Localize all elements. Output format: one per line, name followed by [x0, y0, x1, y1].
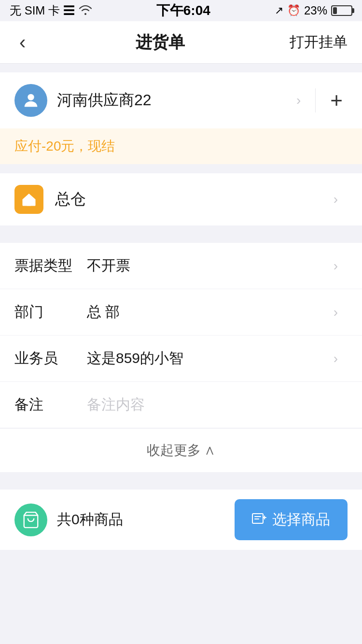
house-icon [20, 191, 38, 208]
supplier-avatar [14, 84, 47, 117]
department-label: 部门 [14, 302, 77, 322]
supplier-chevron-icon: › [296, 93, 301, 108]
gray-fill-area [0, 550, 362, 644]
section-divider-3 [0, 225, 362, 234]
remark-input[interactable]: 备注内容 [77, 395, 348, 415]
open-pending-button[interactable]: 打开挂单 [290, 32, 348, 52]
section-divider-4 [0, 472, 362, 481]
nav-bar: ‹ 进货单 打开挂单 [0, 21, 362, 64]
battery-percent: 23% [304, 4, 327, 17]
person-icon [21, 91, 41, 110]
status-right: ↗ ⏰ 23% [275, 4, 352, 17]
department-row[interactable]: 部门 总 部 › [0, 289, 362, 336]
form-section: 票据类型 不开票 › 部门 总 部 › 业务员 这是859的小智 › 备注 备注… [0, 243, 362, 472]
svg-rect-1 [27, 201, 31, 206]
alarm-icon: ⏰ [287, 4, 300, 17]
supplier-divider [315, 88, 316, 112]
sim-text: 无 SIM 卡 ☰ [10, 3, 75, 18]
salesperson-chevron-icon: › [334, 351, 338, 366]
warehouse-section: 总仓 › [0, 173, 362, 225]
department-value: 总 部 [77, 302, 334, 322]
battery-icon [331, 5, 352, 16]
wifi-icon [79, 3, 92, 18]
add-supplier-button[interactable]: + [325, 88, 348, 112]
department-chevron-icon: › [334, 305, 338, 320]
back-button[interactable]: ‹ [14, 27, 30, 58]
warehouse-icon [14, 185, 43, 214]
product-count-text: 共0种商品 [57, 510, 225, 530]
product-cart-icon [14, 504, 47, 536]
collapse-button[interactable]: 收起更多 ∧ [0, 428, 362, 472]
select-product-button[interactable]: 选择商品 [235, 499, 348, 540]
bottom-bar: 共0种商品 选择商品 [0, 490, 362, 550]
collapse-label: 收起更多 ∧ [147, 441, 216, 460]
warehouse-row[interactable]: 总仓 › [0, 173, 362, 225]
notice-banner: 应付-20元，现结 [0, 128, 362, 164]
section-divider-1 [0, 64, 362, 72]
supplier-row[interactable]: 河南供应商22 › + [0, 72, 362, 128]
notice-text: 应付-20元，现结 [14, 139, 115, 154]
select-product-icon [252, 512, 266, 528]
warehouse-name: 总仓 [55, 189, 334, 210]
status-time: 下午6:04 [156, 1, 210, 20]
location-icon: ↗ [275, 4, 283, 17]
section-divider-2 [0, 164, 362, 173]
ticket-type-value: 不开票 [77, 256, 334, 276]
ticket-type-chevron-icon: › [334, 258, 338, 274]
svg-point-0 [28, 94, 34, 100]
supplier-name: 河南供应商22 [57, 90, 296, 111]
status-left: 无 SIM 卡 ☰ [10, 3, 92, 18]
warehouse-chevron-icon: › [334, 192, 338, 207]
cart-icon [22, 511, 40, 529]
salesperson-label: 业务员 [14, 349, 77, 368]
status-bar: 无 SIM 卡 ☰ 下午6:04 ↗ ⏰ 23% [0, 0, 362, 21]
ticket-type-row[interactable]: 票据类型 不开票 › [0, 243, 362, 289]
supplier-section: 河南供应商22 › + 应付-20元，现结 [0, 72, 362, 164]
salesperson-row[interactable]: 业务员 这是859的小智 › [0, 336, 362, 382]
select-product-label: 选择商品 [272, 510, 330, 530]
ticket-type-label: 票据类型 [14, 256, 77, 276]
page-title: 进货单 [136, 31, 185, 54]
salesperson-value: 这是859的小智 [77, 349, 334, 368]
remark-row[interactable]: 备注 备注内容 [0, 382, 362, 428]
remark-label: 备注 [14, 395, 77, 415]
